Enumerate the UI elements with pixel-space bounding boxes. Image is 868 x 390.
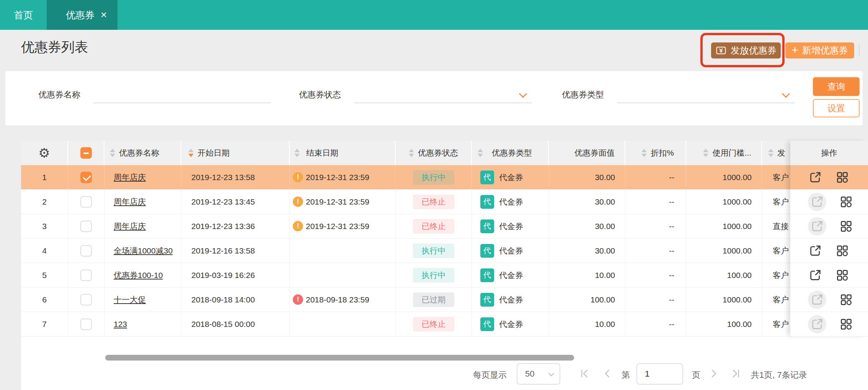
header-threshold[interactable]: 使用门槛... [686, 141, 762, 165]
share-button[interactable] [808, 291, 826, 309]
coupon-name-cell: 全场满1000减30 [104, 239, 181, 263]
more-actions-button[interactable] [839, 219, 853, 233]
value-cell: 30.00 [549, 239, 625, 263]
type-cell: 代 代金券 [472, 263, 549, 287]
sort-icon[interactable] [703, 149, 708, 157]
next-page-button[interactable] [708, 368, 720, 379]
share-button[interactable] [808, 315, 826, 333]
start-date: 2019-12-23 13:58 [191, 173, 255, 182]
search-button[interactable]: 查询 [813, 77, 860, 96]
more-actions-button[interactable] [835, 171, 849, 184]
header-label: 折扣% [651, 148, 674, 158]
row-checkbox-cell [68, 239, 104, 263]
status-cell: 已过期 [396, 288, 472, 312]
status-badge: 已终止 [413, 195, 454, 209]
threshold-cell: 1000.00 [686, 214, 762, 238]
row-checkbox[interactable] [80, 294, 92, 306]
ops-row [790, 312, 868, 336]
dispatch-value: 客户 [773, 294, 789, 305]
more-actions-button[interactable] [839, 195, 853, 209]
sort-icon-desc-active[interactable] [188, 149, 194, 157]
pagination-total: 共1页, 7条记录 [751, 369, 807, 381]
sort-icon[interactable] [294, 149, 300, 157]
coupon-type-icon: 代 [480, 195, 494, 209]
coupon-value: 10.00 [595, 271, 615, 280]
discount-cell: -- [625, 263, 686, 287]
coupon-name-cell: 周年店庆 [104, 165, 181, 189]
toolbar-divider [859, 44, 860, 57]
discount-value: -- [669, 271, 674, 280]
row-checkbox[interactable] [80, 245, 92, 257]
sort-icon[interactable] [478, 149, 483, 157]
header-coupon-type[interactable]: 优惠券类型 [472, 141, 549, 165]
coupon-type-select[interactable] [617, 86, 795, 103]
header-label: 优惠券状态 [418, 148, 458, 158]
row-checkbox[interactable] [80, 221, 92, 232]
column-settings-button[interactable]: ⚙ [21, 141, 68, 165]
tab-coupon[interactable]: 优惠券 × [47, 0, 117, 30]
row-checkbox[interactable] [80, 172, 92, 183]
header-coupon-name[interactable]: 优惠券名称 [104, 141, 181, 165]
share-button[interactable] [808, 217, 826, 236]
last-page-button[interactable] [730, 368, 742, 379]
coupon-name-link[interactable]: 十一大促 [114, 294, 146, 305]
type-cell: 代 代金券 [472, 190, 549, 214]
share-icon [810, 317, 824, 332]
coupon-name-input[interactable] [93, 86, 271, 103]
plus-icon: + [791, 44, 798, 56]
coupon-type-label: 代金券 [499, 319, 523, 330]
coupon-value: 30.00 [595, 222, 615, 231]
end-date-cell: ! 2019-12-31 23:59 [290, 214, 396, 238]
warning-icon: ! [293, 172, 303, 182]
coupon-name-link[interactable]: 周年店庆 [114, 221, 146, 232]
page-number-input[interactable] [636, 363, 683, 385]
settings-button[interactable]: 设置 [813, 99, 860, 117]
add-coupon-button[interactable]: + 新增优惠券 [785, 42, 854, 58]
coupon-name-link[interactable]: 123 [114, 320, 127, 329]
sort-icon[interactable] [110, 149, 115, 157]
share-button[interactable] [808, 193, 826, 211]
share-button[interactable] [808, 268, 822, 283]
coupon-name-link[interactable]: 全场满1000减30 [114, 245, 173, 256]
sort-icon[interactable] [641, 149, 647, 157]
coupon-name-link[interactable]: 周年店庆 [114, 172, 146, 183]
status-badge: 已终止 [413, 317, 454, 332]
header-discount[interactable]: 折扣% [625, 141, 686, 165]
share-icon [810, 292, 824, 307]
coupon-name-link[interactable]: 优惠券100-10 [114, 270, 163, 281]
end-date-cell: ! 2019-12-31 23:59 [290, 165, 396, 189]
more-actions-button[interactable] [835, 268, 849, 282]
table-row: 3 周年店庆 2019-12-23 13:36 ! 2019-12-31 23:… [21, 214, 868, 239]
header-coupon-status[interactable]: 优惠券状态 [396, 141, 472, 165]
select-all-checkbox[interactable] [68, 141, 104, 165]
threshold-cell: 1000.00 [686, 288, 762, 312]
coupon-status-select[interactable] [354, 86, 532, 103]
prev-page-button[interactable] [602, 368, 613, 379]
per-page-select[interactable]: 50 [517, 363, 560, 385]
row-index: 4 [42, 246, 47, 255]
row-checkbox[interactable] [80, 318, 92, 330]
tab-close-icon[interactable]: × [101, 10, 107, 20]
more-actions-button[interactable] [839, 293, 853, 307]
first-page-button[interactable] [579, 368, 590, 379]
tab-home[interactable]: 首页 [0, 0, 47, 30]
more-actions-button[interactable] [839, 317, 853, 331]
row-checkbox[interactable] [80, 196, 92, 208]
ops-row [790, 288, 868, 312]
header-start-date[interactable]: 开始日期 [181, 141, 290, 165]
table-row: 5 优惠券100-10 2019-03-19 16:26 执行中 代 代金券 1… [21, 263, 868, 288]
sort-icon[interactable] [409, 149, 414, 157]
share-button[interactable] [808, 244, 822, 258]
issue-coupon-label: 发放优惠券 [731, 44, 777, 57]
grid-icon [835, 244, 849, 258]
sort-icon[interactable] [768, 149, 773, 157]
row-checkbox[interactable] [80, 270, 92, 281]
horizontal-scrollbar-thumb[interactable] [105, 355, 574, 361]
share-button[interactable] [808, 170, 822, 185]
coupon-name-link[interactable]: 周年店庆 [114, 197, 146, 207]
issue-coupon-button[interactable]: 发放优惠券 [711, 42, 781, 58]
tab-coupon-label: 优惠券 [66, 9, 95, 21]
more-actions-button[interactable] [835, 244, 849, 258]
header-end-date[interactable]: 结束日期 [290, 141, 396, 165]
header-coupon-value[interactable]: 优惠券面值 [549, 141, 625, 165]
